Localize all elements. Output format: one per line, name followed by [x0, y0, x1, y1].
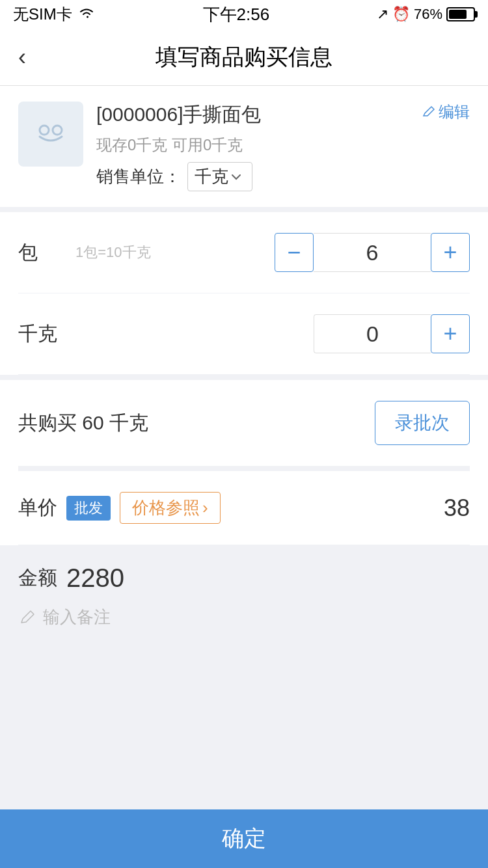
unit-label: 销售单位： — [96, 165, 181, 188]
nav-bar: ‹ 填写商品购买信息 — [0, 29, 488, 86]
product-thumbnail — [18, 102, 83, 167]
remark-placeholder: 输入备注 — [43, 606, 111, 629]
status-right: ↗ ⏰ 76% — [377, 6, 475, 23]
svg-point-1 — [53, 126, 62, 135]
product-unit-row: 销售单位： 千克 — [96, 162, 470, 191]
status-left: 无SIM卡 — [13, 4, 96, 25]
carrier-text: 无SIM卡 — [13, 4, 72, 25]
kg-qty-input[interactable] — [314, 314, 431, 353]
alarm-icon: ⏰ — [392, 6, 410, 23]
svg-point-0 — [40, 126, 49, 135]
bao-increment-button[interactable]: + — [431, 233, 470, 272]
bao-quantity-row: 包 1包=10千克 − + — [18, 212, 470, 293]
pencil-icon — [18, 608, 36, 627]
price-ref-button[interactable]: 价格参照 › — [120, 492, 221, 524]
battery-percent: 76% — [414, 6, 442, 23]
bao-label: 包 — [18, 239, 70, 266]
remark-row[interactable]: 输入备注 — [18, 606, 470, 642]
amount-section: 金额 2280 输入备注 — [0, 545, 488, 642]
status-time: 下午2:56 — [203, 3, 270, 26]
kg-increment-button[interactable]: + — [431, 314, 470, 353]
batch-button[interactable]: 录批次 — [375, 401, 470, 445]
kg-label: 千克 — [18, 321, 70, 347]
confirm-button[interactable]: 确定 — [0, 809, 488, 868]
bao-qty-control: − + — [275, 233, 470, 272]
price-label: 单价 — [18, 495, 57, 521]
wifi-icon — [77, 5, 96, 23]
unit-dropdown[interactable]: 千克 — [187, 162, 252, 191]
page-title: 填写商品购买信息 — [156, 42, 332, 72]
price-tag: 批发 — [66, 496, 111, 521]
price-ref-arrow: › — [202, 498, 208, 518]
bao-hint: 1包=10千克 — [75, 243, 275, 262]
product-name: [0000006]手撕面包 — [96, 102, 261, 128]
product-card: [0000006]手撕面包 编辑 现存0千克 可用0千克 销售单位： 千克 — [0, 86, 488, 212]
quantity-section: 包 1包=10千克 − + 千克 + — [0, 212, 488, 375]
summary-row: 共购买 60 千克 录批次 — [18, 380, 470, 471]
edit-button[interactable]: 编辑 — [422, 102, 470, 122]
status-bar: 无SIM卡 下午2:56 ↗ ⏰ 76% — [0, 0, 488, 29]
price-row: 单价 批发 价格参照 › 38 — [18, 471, 470, 545]
location-icon: ↗ — [377, 6, 388, 23]
amount-row: 金额 2280 — [18, 563, 470, 593]
battery-icon — [446, 7, 475, 21]
back-button[interactable]: ‹ — [18, 44, 26, 71]
kg-qty-control: + — [314, 314, 470, 353]
summary-section: 共购买 60 千克 录批次 — [0, 375, 488, 471]
kg-quantity-row: 千克 + — [18, 293, 470, 375]
amount-label: 金额 — [18, 565, 57, 591]
price-value: 38 — [444, 495, 470, 522]
amount-value: 2280 — [66, 563, 124, 593]
summary-text: 共购买 60 千克 — [18, 410, 148, 437]
product-stock: 现存0千克 可用0千克 — [96, 135, 470, 156]
price-section: 单价 批发 价格参照 › 38 — [0, 471, 488, 545]
product-info: [0000006]手撕面包 编辑 现存0千克 可用0千克 销售单位： 千克 — [96, 102, 470, 191]
bao-qty-input[interactable] — [314, 233, 431, 272]
bao-decrement-button[interactable]: − — [275, 233, 314, 272]
